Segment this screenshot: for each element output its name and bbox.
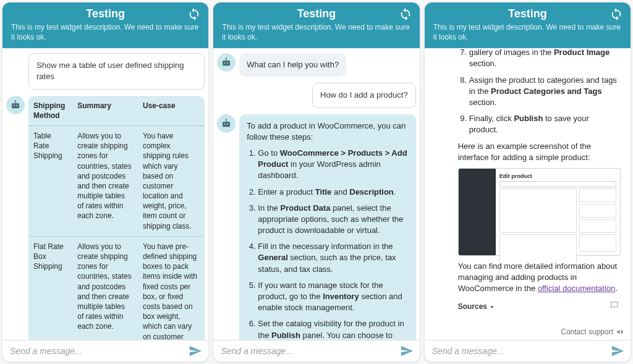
refresh-icon[interactable] (187, 7, 201, 21)
message-input[interactable] (9, 345, 189, 357)
chat-widget-1: Testing This is my test widget descripti… (2, 2, 208, 362)
step: In the Product Data panel, select the ap… (258, 203, 408, 237)
refresh-icon[interactable] (610, 7, 623, 21)
contact-support-row[interactable]: Contact support (425, 326, 631, 340)
bot-avatar (217, 114, 236, 133)
widget-header: Testing This is my test widget descripti… (2, 2, 208, 48)
screenshot-main: Edit product (496, 169, 620, 255)
user-message: Show me a table of user defined shipping… (28, 53, 205, 89)
step: Go to WooCommerce > Products > Add Produ… (258, 148, 408, 182)
bot-avatar (6, 96, 25, 114)
table-row: Flat Rate Box Shipping Allows you to cre… (28, 236, 205, 340)
chat-widget-2: Testing This is my test widget descripti… (213, 2, 419, 362)
refresh-icon[interactable] (399, 7, 412, 21)
widget-title: Testing (11, 7, 200, 20)
step: Finally, click Publish to save your prod… (469, 113, 619, 135)
user-message: How do I add a product? (312, 83, 416, 108)
widget-header: Testing This is my test widget descripti… (213, 2, 419, 48)
message-input[interactable] (431, 345, 611, 357)
message-input[interactable] (219, 345, 399, 357)
user-message-row: How do I add a product? (217, 83, 415, 108)
screenshot-image: Edit product (458, 168, 621, 256)
step: Fill in the necessary information in the… (258, 241, 408, 275)
screenshot-sidebar (459, 169, 496, 255)
step: Set the catalog visibility for the produ… (258, 318, 408, 340)
bot-answer-continued: gallery of images in the Product Image s… (451, 48, 627, 313)
bot-message-row: Shipping Method Summary Use-case Table R… (6, 96, 205, 340)
documentation-link[interactable]: official documentation (538, 284, 616, 293)
step: Enter a product Title and Description. (258, 187, 408, 198)
contact-support-label: Contact support (561, 328, 613, 336)
screenshot-caption: Here is an example screenshot of the int… (458, 141, 619, 163)
send-icon[interactable] (611, 344, 624, 358)
send-icon[interactable] (400, 344, 414, 358)
steps-list: Go to WooCommerce > Products > Add Produ… (258, 148, 408, 340)
step: Assign the product to categories and tag… (469, 75, 619, 109)
widget-title: Testing (433, 7, 622, 20)
widget-header: Testing This is my test widget descripti… (425, 2, 631, 48)
outro-text: You can find more detailed information a… (458, 261, 619, 295)
chat-body: What can I help you with? How do I add a… (213, 48, 419, 340)
step: If you want to manage stock for the prod… (258, 280, 408, 314)
composer (213, 340, 419, 362)
chat-body: Show me a table of user defined shipping… (2, 48, 208, 340)
chat-body: gallery of images in the Product Image s… (425, 48, 631, 326)
composer (425, 340, 631, 362)
chevron-down-icon (488, 303, 496, 311)
user-message-row: Show me a table of user defined shipping… (6, 53, 205, 89)
bot-message-row: To add a product in WooCommerce, you can… (217, 114, 415, 340)
bot-answer: To add a product in WooCommerce, you can… (239, 114, 415, 340)
th-method: Shipping Method (28, 96, 72, 126)
bot-avatar (217, 53, 236, 72)
send-icon[interactable] (189, 344, 202, 358)
chat-widget-3: Testing This is my test widget descripti… (425, 2, 631, 362)
steps-list-continued: gallery of images in the Product Image s… (469, 48, 619, 135)
widget-description: This is my test widget description. We n… (433, 23, 622, 42)
table-row: Table Rate Shipping Allows you to create… (28, 125, 205, 236)
step: gallery of images in the Product Image s… (469, 48, 619, 69)
sources-toggle[interactable]: Sources (458, 300, 619, 313)
bot-greeting: What can I help you with? (239, 53, 346, 77)
widget-title: Testing (222, 7, 410, 20)
shipping-table: Shipping Method Summary Use-case Table R… (28, 96, 205, 340)
bullhorn-icon (616, 328, 624, 336)
widget-description: This is my test widget description. We n… (222, 23, 410, 42)
feedback-icon[interactable] (608, 300, 619, 313)
widget-description: This is my test widget description. We n… (11, 23, 200, 42)
th-usecase: Use-case (138, 96, 205, 126)
composer (2, 340, 208, 362)
th-summary: Summary (72, 96, 138, 126)
bot-message-row: What can I help you with? (217, 53, 415, 77)
answer-intro: To add a product in WooCommerce, you can… (247, 121, 408, 143)
